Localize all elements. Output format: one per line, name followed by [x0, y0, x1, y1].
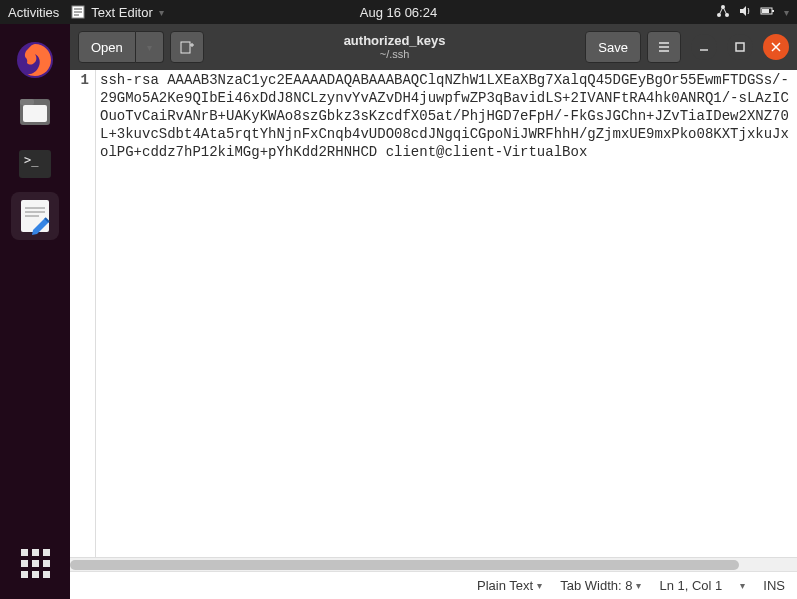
minimize-button[interactable] — [691, 34, 717, 60]
open-recent-button[interactable]: ▾ — [136, 31, 164, 63]
save-button[interactable]: Save — [585, 31, 641, 63]
text-content[interactable]: ssh-rsa AAAAB3NzaC1yc2EAAAADAQABAAABAQCl… — [96, 70, 797, 557]
open-button[interactable]: Open — [78, 31, 136, 63]
activities-button[interactable]: Activities — [8, 5, 59, 20]
editor-area: 1 ssh-rsa AAAAB3NzaC1yc2EAAAADAQABAAABAQ… — [70, 70, 797, 557]
svg-text:>_: >_ — [24, 153, 39, 167]
tab-width-selector[interactable]: Tab Width: 8 ▾ — [560, 578, 641, 593]
open-button-group: Open ▾ — [78, 31, 164, 63]
ubuntu-dock: >_ — [0, 24, 70, 599]
subtitle-text: ~/.ssh — [210, 48, 580, 61]
volume-icon[interactable] — [738, 4, 752, 21]
scrollbar-thumb[interactable] — [70, 560, 739, 570]
app-menu-label: Text Editor — [91, 5, 152, 20]
chevron-down-icon: ▾ — [636, 580, 641, 591]
tab-width-label: Tab Width: 8 — [560, 578, 632, 593]
dock-firefox[interactable] — [11, 36, 59, 84]
chevron-down-icon: ▾ — [147, 42, 152, 53]
syntax-selector[interactable]: Plain Text ▾ — [477, 578, 542, 593]
line-number-gutter: 1 — [70, 70, 96, 557]
dock-show-applications[interactable] — [11, 539, 59, 587]
text-editor-icon — [71, 5, 85, 19]
maximize-button[interactable] — [727, 34, 753, 60]
svg-rect-9 — [23, 105, 47, 122]
clock[interactable]: Aug 16 06:24 — [360, 5, 437, 20]
line-number: 1 — [70, 72, 89, 88]
system-menu-chevron-icon[interactable]: ▾ — [784, 7, 789, 18]
svg-rect-10 — [20, 99, 34, 105]
close-button[interactable] — [763, 34, 789, 60]
chevron-down-icon: ▾ — [159, 7, 164, 18]
syntax-label: Plain Text — [477, 578, 533, 593]
chevron-down-icon: ▾ — [537, 580, 542, 591]
cursor-position[interactable]: Ln 1, Col 1 — [659, 578, 722, 593]
new-tab-button[interactable] — [170, 31, 204, 63]
svg-rect-15 — [736, 43, 744, 51]
dock-terminal[interactable]: >_ — [11, 140, 59, 188]
battery-icon[interactable] — [760, 4, 776, 21]
insert-mode[interactable]: INS — [763, 578, 785, 593]
chevron-down-icon[interactable]: ▾ — [740, 580, 745, 591]
window-title: authorized_keys ~/.ssh — [210, 33, 580, 62]
hamburger-menu-button[interactable] — [647, 31, 681, 63]
svg-rect-14 — [181, 42, 190, 53]
dock-files[interactable] — [11, 88, 59, 136]
dock-text-editor[interactable] — [11, 192, 59, 240]
statusbar: Plain Text ▾ Tab Width: 8 ▾ Ln 1, Col 1 … — [70, 571, 797, 599]
gnome-topbar: Activities Text Editor ▾ Aug 16 06:24 ▾ — [0, 0, 797, 24]
insert-mode-label: INS — [763, 578, 785, 593]
title-text: authorized_keys — [210, 33, 580, 49]
svg-rect-6 — [762, 9, 769, 13]
headerbar: Open ▾ authorized_keys ~/.ssh Save — [70, 24, 797, 70]
network-icon[interactable] — [716, 4, 730, 21]
cursor-position-label: Ln 1, Col 1 — [659, 578, 722, 593]
svg-rect-5 — [772, 10, 774, 12]
horizontal-scrollbar[interactable] — [70, 557, 797, 571]
app-menu[interactable]: Text Editor ▾ — [71, 5, 163, 20]
gedit-window: Open ▾ authorized_keys ~/.ssh Save 1 ssh… — [70, 24, 797, 599]
